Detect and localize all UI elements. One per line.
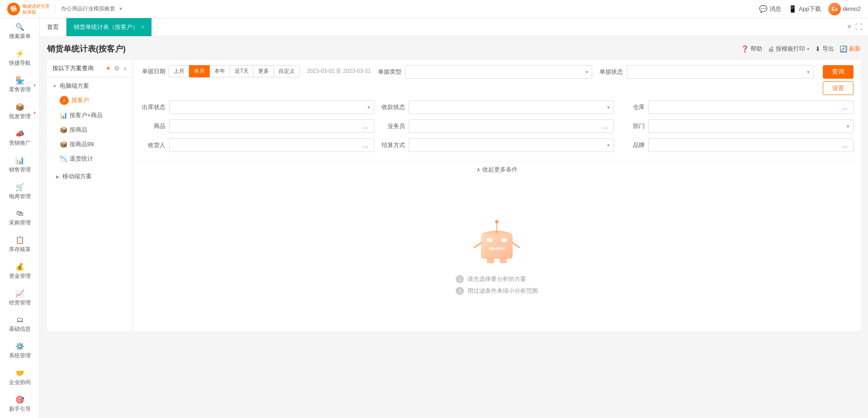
receive-status-select[interactable]: ▾ bbox=[409, 100, 614, 114]
filter-row-1: 单据日期 上月 本月 本年 近7天 更多 自定义 bbox=[140, 65, 854, 95]
scheme-item-product99[interactable]: 📦 按商品99 bbox=[47, 137, 132, 152]
sidebar-item-inventory[interactable]: 📋 库存核算 bbox=[0, 231, 39, 258]
sidebar-item-search[interactable]: 🔍 搜索菜单 bbox=[0, 18, 39, 45]
salesperson-dots-button[interactable]: ... bbox=[600, 122, 610, 130]
scheme-item-customer[interactable]: 人 按客户 bbox=[47, 93, 132, 108]
query-button[interactable]: 查询 bbox=[823, 65, 854, 79]
recipient-select[interactable]: ... bbox=[169, 138, 374, 152]
print-arrow-icon: ▾ bbox=[807, 46, 810, 52]
scheme-settings-button[interactable]: ⚙ bbox=[114, 65, 120, 72]
sidebar-item-purchase[interactable]: 🛍 采购管理 bbox=[0, 205, 39, 231]
product-dots-button[interactable]: ... bbox=[361, 122, 370, 130]
svg-rect-8 bbox=[487, 258, 494, 263]
department-select[interactable]: ▾ bbox=[648, 119, 854, 133]
sidebar-item-marketing[interactable]: 📣 营销推广 bbox=[0, 125, 39, 152]
sidebar: 🔍 搜索菜单 ⚡ 快捷导航 🏪 零售管理 ▾ 📦 批发管理 ▴ 📣 营销推广 bbox=[0, 18, 40, 418]
warehouse-group: 仓库 ... bbox=[619, 100, 854, 114]
chevron-icon: ▾ bbox=[33, 82, 36, 87]
app-download-button[interactable]: 📱 App下载 bbox=[788, 5, 821, 13]
logo-text: 畅捷进好生意 标准版 bbox=[23, 3, 50, 15]
date-last-7[interactable]: 近7天 bbox=[230, 65, 254, 77]
sidebar-item-basic[interactable]: 🗂 基础信息 bbox=[0, 311, 39, 337]
avatar: Ea bbox=[828, 3, 841, 15]
sidebar-item-retail[interactable]: 🏪 零售管理 ▾ bbox=[0, 71, 39, 98]
receive-status-label: 收款状态 bbox=[380, 103, 405, 111]
breadcrumb: 办公用品行业模拟账套 ▼ bbox=[55, 5, 123, 13]
finance-icon: 💰 bbox=[15, 262, 24, 271]
basic-icon: 🗂 bbox=[16, 316, 24, 324]
sidebar-item-ecommerce[interactable]: 🛒 电商管理 bbox=[0, 178, 39, 205]
scheme-group-header-mobile[interactable]: ▶ 移动端方案 bbox=[47, 170, 132, 183]
sidebar-item-wholesale[interactable]: 📦 批发管理 ▴ bbox=[0, 98, 39, 125]
out-status-select[interactable]: ▾ bbox=[169, 100, 374, 114]
brand-select[interactable]: ... bbox=[648, 138, 854, 152]
svg-rect-3 bbox=[489, 247, 505, 250]
mobile-group-arrow-icon: ▶ bbox=[56, 174, 60, 179]
salesperson-select[interactable]: ... bbox=[409, 119, 614, 133]
tab-close-button[interactable]: × bbox=[141, 24, 144, 30]
product-select[interactable]: ... bbox=[169, 119, 374, 133]
warehouse-label: 仓库 bbox=[619, 103, 645, 111]
date-more[interactable]: 更多 bbox=[253, 65, 274, 77]
tab-home[interactable]: 首页 bbox=[40, 18, 66, 36]
page-title: 销货单统计表(按客户) bbox=[47, 43, 126, 54]
guide-icon: 🎯 bbox=[15, 395, 24, 404]
date-this-year[interactable]: 本年 bbox=[209, 65, 230, 77]
doc-type-group: 单据类型 ▾ bbox=[376, 65, 592, 79]
date-filter-group: 单据日期 上月 本月 本年 近7天 更多 自定义 bbox=[140, 65, 371, 77]
recipient-dots-button[interactable]: ... bbox=[361, 141, 370, 149]
doc-status-select[interactable]: ▾ bbox=[627, 65, 814, 79]
sidebar-item-quicknav[interactable]: ⚡ 快捷导航 bbox=[0, 45, 39, 71]
chart-icon: 📊 bbox=[60, 112, 67, 119]
chevron-up-icon: ▴ bbox=[33, 109, 36, 114]
header-left: 畅 畅捷进好生意 标准版 办公用品行业模拟账套 ▼ bbox=[7, 3, 123, 15]
sidebar-item-business[interactable]: 📈 经营管理 bbox=[0, 285, 39, 311]
refresh-icon: 🔄 bbox=[840, 45, 847, 52]
export-button[interactable]: ⬇ 导出 bbox=[815, 45, 834, 53]
scheme-collapse-button[interactable]: « bbox=[123, 65, 127, 72]
date-custom[interactable]: 自定义 bbox=[274, 65, 300, 77]
scheme-panel-icons: + ⚙ « bbox=[106, 64, 127, 72]
tab-bar-actions: × ⛶ bbox=[841, 22, 868, 32]
refresh-button[interactable]: 🔄 刷新 bbox=[840, 45, 861, 53]
sidebar-item-newguide[interactable]: 🎯 新手引导 bbox=[0, 391, 39, 418]
logo-icon: 畅 bbox=[7, 3, 20, 15]
doc-status-group: 单据状态 ▾ bbox=[598, 65, 814, 79]
settlement-arrow-icon: ▾ bbox=[607, 142, 610, 148]
message-button[interactable]: 💬 消息 bbox=[759, 5, 781, 13]
page-header: 销货单统计表(按客户) ❓ 帮助 🖨 按模板打印 ▾ bbox=[47, 43, 861, 54]
date-last-month[interactable]: 上月 bbox=[169, 65, 189, 77]
setting-button[interactable]: 设置 bbox=[823, 81, 854, 95]
collapse-bar[interactable]: ∧ 收起更多条件 bbox=[133, 162, 861, 177]
content-area: 首页 销货单统计表（按客户） × × ⛶ 销货单统计表(按客户) bbox=[40, 18, 868, 418]
user-profile[interactable]: Ea demo2 bbox=[828, 3, 861, 15]
sidebar-item-sales[interactable]: 📊 销售管理 bbox=[0, 152, 39, 178]
warehouse-dots-button[interactable]: ... bbox=[840, 103, 849, 111]
hint-num-2: 2 bbox=[456, 287, 464, 295]
tab-maximize-button[interactable]: ⛶ bbox=[855, 23, 863, 31]
scheme-item-customer-product[interactable]: 📊 按客户+商品 bbox=[47, 108, 132, 123]
salesperson-label: 业务员 bbox=[380, 122, 405, 130]
scheme-add-button[interactable]: + bbox=[106, 64, 110, 72]
warehouse-select[interactable]: ... bbox=[648, 100, 854, 114]
settlement-select[interactable]: ▾ bbox=[409, 138, 614, 152]
scheme-panel-header: 按以下方案查询 + ⚙ « bbox=[47, 60, 132, 77]
date-range-text: 2023-03-01 至 2023-03-31 bbox=[307, 67, 371, 75]
scheme-item-return[interactable]: 📉 退货统计 bbox=[47, 152, 132, 166]
settlement-group: 结算方式 ▾ bbox=[380, 138, 614, 152]
scheme-group-header-desktop[interactable]: ▼ 电脑端方案 bbox=[47, 79, 132, 93]
help-button[interactable]: ❓ 帮助 bbox=[741, 45, 762, 53]
sidebar-item-system[interactable]: ⚙️ 系统管理 bbox=[0, 337, 39, 364]
tab-minimize-button[interactable]: × bbox=[847, 22, 852, 32]
date-this-month[interactable]: 本月 bbox=[189, 65, 210, 77]
cooperation-icon: 🤝 bbox=[15, 369, 24, 377]
main-body: 🔍 搜索菜单 ⚡ 快捷导航 🏪 零售管理 ▾ 📦 批发管理 ▴ 📣 营销推广 bbox=[0, 18, 868, 418]
sidebar-item-cooperation[interactable]: 🤝 企业协同 bbox=[0, 364, 39, 391]
print-button[interactable]: 🖨 按模板打印 ▾ bbox=[768, 45, 810, 53]
tab-sales-report[interactable]: 销货单统计表（按客户） × bbox=[66, 18, 152, 36]
breadcrumb-arrow[interactable]: ▼ bbox=[118, 6, 123, 11]
sidebar-item-finance[interactable]: 💰 资金管理 bbox=[0, 258, 39, 285]
scheme-item-product[interactable]: 📦 按商品 bbox=[47, 123, 132, 137]
brand-dots-button[interactable]: ... bbox=[840, 141, 849, 149]
doc-type-select[interactable]: ▾ bbox=[405, 65, 592, 79]
